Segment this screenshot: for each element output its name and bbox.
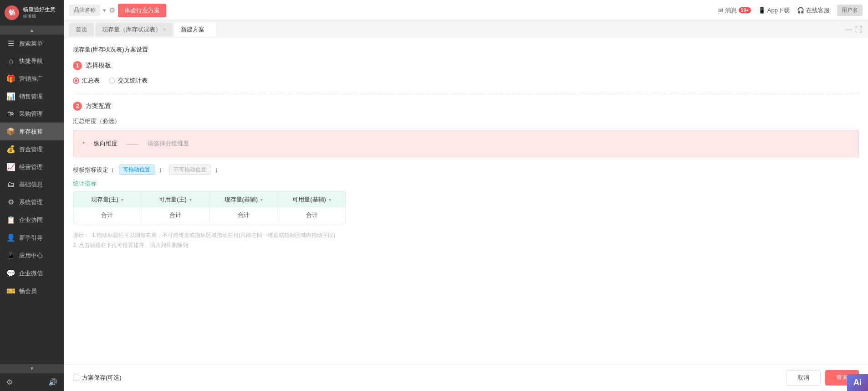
sidebar-item-corp[interactable]: 📋 企业协同	[0, 211, 64, 229]
sidebar-item-inventory[interactable]: 📦 库存核算	[0, 123, 64, 140]
sidebar-item-finance[interactable]: 💰 资金管理	[0, 140, 64, 158]
stats-col-0: 现存量(主) ▾	[73, 192, 142, 207]
stats-col-0-label: 现存量(主)	[91, 196, 119, 204]
tab-inventory-close[interactable]: ×	[163, 26, 166, 33]
sidebar-item-basic[interactable]: 🗂 基础信息	[0, 176, 64, 193]
service-button[interactable]: 🎧 在线客服	[797, 6, 830, 15]
mobile-icon: 📱	[6, 251, 15, 260]
tab-minimize-icon[interactable]: —	[845, 26, 853, 34]
tip-row-0: 提示： 1.拖动标题栏可以调整布局，不可跨维度或指标区域拖动栏目(只能在同一维度…	[73, 231, 859, 241]
sidebar-scroll-up[interactable]: ▲	[0, 26, 64, 35]
sidebar-item-member[interactable]: 🎫 畅会员	[0, 282, 64, 300]
sidebar-item-label: 基础信息	[19, 180, 43, 189]
app-label: App下载	[767, 6, 790, 15]
app-download-button[interactable]: 📱 App下载	[758, 6, 790, 15]
tab-new-label: 新建方案	[181, 26, 204, 34]
stats-cell-0: 合计	[73, 207, 142, 223]
stats-col-1-label: 可用量(主)	[159, 196, 187, 204]
message-button[interactable]: ✉ 消息 99+	[718, 6, 751, 15]
chart-icon: 📊	[6, 92, 15, 101]
settings-icon[interactable]: ⚙	[6, 378, 13, 386]
brand-selector[interactable]: 品牌名称	[69, 5, 100, 16]
sidebar-item-marketing[interactable]: 🎁 营销推广	[0, 70, 64, 87]
sidebar-item-newbie[interactable]: 👤 新手引导	[0, 229, 64, 247]
tab-maximize-icon[interactable]: ⛶	[855, 26, 863, 34]
topbar-left: 品牌名称 ▾ ⚙ 体验行业方案	[69, 4, 715, 17]
headset-icon: 🎧	[797, 7, 804, 14]
tabbar: 首页 现存量（库存状况表） × 新建方案 × — ⛶	[64, 21, 868, 38]
topbar-gear-icon[interactable]: ⚙	[109, 6, 115, 15]
topbar-right: ✉ 消息 99+ 📱 App下载 🎧 在线客服 用户名	[718, 5, 863, 16]
tab-new-plan[interactable]: 新建方案 ×	[174, 23, 216, 36]
sidebar-scroll-down[interactable]: ▼	[0, 364, 64, 373]
corp-icon: 📋	[6, 216, 15, 224]
tip-row-1: 2. 点击标题栏下拉可设置排序、插入列和删除列	[73, 241, 859, 251]
content-footer: 方案保存(可选) 取消 查询	[64, 364, 868, 391]
dimension-area[interactable]: * 纵向维度 —— 请选择分组维度	[73, 130, 859, 157]
tab-new-close[interactable]: ×	[206, 26, 209, 33]
cancel-button[interactable]: 取消	[786, 370, 821, 386]
fixed-badge: 不可拖动位置	[169, 165, 210, 175]
tip-0: 1.拖动标题栏可以调整布局，不可跨维度或指标区域拖动栏目(只能在同一维度或指标区…	[92, 231, 335, 241]
user-menu[interactable]: 用户名	[837, 5, 863, 16]
main-area: 品牌名称 ▾ ⚙ 体验行业方案 ✉ 消息 99+ 📱 App下载 🎧 在线客服 …	[64, 0, 868, 391]
sidebar-item-system[interactable]: ⚙ 系统管理	[0, 193, 64, 211]
section-template: 1 选择模板 汇总表 交叉统计表	[73, 61, 859, 85]
radio-cross[interactable]: 交叉统计表	[109, 77, 148, 85]
logo-icon: 畅	[5, 5, 19, 20]
stats-cell-3: 合计	[278, 207, 346, 223]
sidebar-item-purchase[interactable]: 🛍 采购管理	[0, 105, 64, 123]
section2-number: 2	[73, 102, 82, 111]
stats-table-header: 现存量(主) ▾ 可用量(主) ▾ 现存量(基辅) ▾ 可用量(基辅) ▾	[73, 192, 346, 207]
page-title: 现存量(库存状况表)方案设置	[73, 46, 859, 54]
search-menu-icon: ☰	[6, 39, 15, 48]
sidebar-item-sales[interactable]: 📊 销售管理	[0, 87, 64, 105]
section-config: 2 方案配置 汇总维度（必选） * 纵向维度 —— 请选择分组维度 模板指标设定…	[73, 102, 859, 250]
sidebar-item-app[interactable]: 📱 应用中心	[0, 247, 64, 264]
section1-title: 选择模板	[86, 62, 111, 70]
content-area: 现存量(库存状况表)方案设置 1 选择模板 汇总表 交叉统计表	[64, 38, 868, 364]
tab-inventory-status[interactable]: 现存量（库存状况表） ×	[96, 23, 173, 36]
radio-summary[interactable]: 汇总表	[73, 77, 100, 85]
tab-home[interactable]: 首页	[69, 23, 94, 36]
tab-home-label: 首页	[76, 26, 87, 34]
draggable-badge: 可拖动位置	[119, 165, 154, 175]
dimension-label: 纵向维度	[94, 139, 117, 148]
section-divider-1	[73, 94, 859, 94]
sidebar-item-search[interactable]: ☰ 搜索菜单	[0, 35, 64, 52]
phone-icon: 📱	[758, 7, 766, 14]
ticket-icon: 🎫	[6, 287, 15, 295]
audio-icon[interactable]: 🔊	[48, 378, 57, 386]
message-badge: 99+	[739, 7, 751, 13]
ai-badge[interactable]: Ai	[847, 374, 868, 391]
indicator-settings: 模板指标设定（ 可拖动位置 ） 不可拖动位置 ）	[73, 165, 859, 175]
sidebar-item-operation[interactable]: 📈 经营管理	[0, 158, 64, 176]
radio-summary-label: 汇总表	[82, 77, 100, 85]
sidebar-item-label: 资金管理	[19, 145, 43, 154]
stats-col-2-dropdown[interactable]: ▾	[260, 197, 263, 202]
stats-label: 统计指标	[73, 180, 859, 188]
stats-col-2-label: 现存量(基辅)	[225, 196, 258, 204]
sidebar-item-shortcut[interactable]: ⌂ 快捷导航	[0, 52, 64, 70]
user-icon: 👤	[6, 233, 15, 242]
box-icon: 📦	[6, 127, 15, 136]
message-icon: ✉	[718, 7, 723, 14]
stats-col-1-dropdown[interactable]: ▾	[189, 197, 192, 202]
sidebar-item-wechat[interactable]: 💬 企业微信	[0, 264, 64, 282]
gift-icon: 🎁	[6, 74, 15, 83]
tab-inventory-label: 现存量（库存状况表）	[102, 26, 161, 34]
stats-col-1: 可用量(主) ▾	[142, 192, 210, 207]
sidebar-item-label: 企业微信	[19, 269, 43, 278]
sidebar: 畅 畅康通好生意 标准版 ▲ ☰ 搜索菜单 ⌂ 快捷导航 🎁 营销推广 📊 销售…	[0, 0, 64, 391]
stats-col-0-dropdown[interactable]: ▾	[121, 197, 123, 202]
save-checkbox[interactable]	[73, 375, 79, 381]
indicator-settings-label: 模板指标设定（	[73, 166, 114, 174]
stats-col-3-dropdown[interactable]: ▾	[329, 197, 331, 202]
brand-dropdown-icon[interactable]: ▾	[103, 7, 106, 14]
trend-icon: 📈	[6, 163, 15, 171]
sidebar-item-label: 企业协同	[19, 216, 43, 224]
indicator-settings-suffix: ）	[159, 166, 165, 174]
save-checkbox-label[interactable]: 方案保存(可选)	[73, 374, 122, 382]
stats-cell-2: 合计	[210, 207, 278, 223]
trial-button[interactable]: 体验行业方案	[118, 4, 166, 17]
